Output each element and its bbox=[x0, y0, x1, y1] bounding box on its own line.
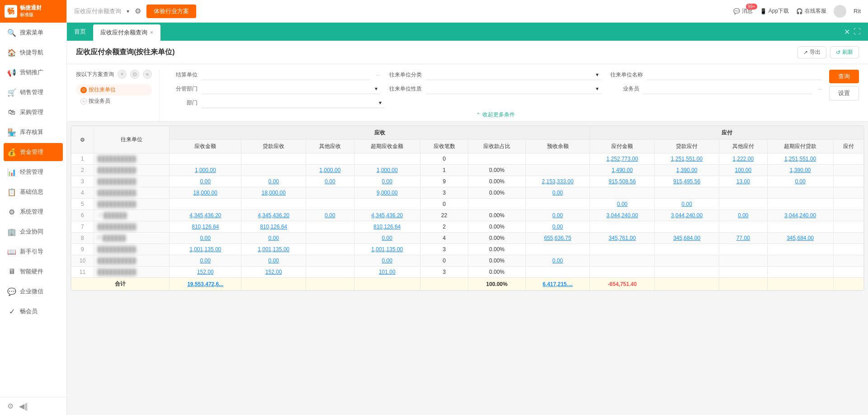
table-row: 11██████████152.00152.00101.0030.00% bbox=[71, 267, 864, 278]
tab-ar-query[interactable]: 应收应付余额查询 × bbox=[93, 24, 160, 41]
export-button[interactable]: ↗ 导出 bbox=[797, 46, 826, 58]
footer-ar-overdue bbox=[354, 278, 420, 291]
table-row: 8P ██████0.000.000.0040.00%655,636.75345… bbox=[71, 233, 864, 244]
sidebar-item-inventory[interactable]: 🏪 库存核算 bbox=[0, 122, 66, 142]
partner-category-select[interactable]: ▾ bbox=[425, 70, 601, 80]
sidebar-item-system[interactable]: ⚙ 系统管理 bbox=[0, 202, 66, 222]
filter-field-salesperson: 业务员 ··· bbox=[610, 84, 822, 94]
table-row: 3██████████0.000.000.000.0090.00%2,153,3… bbox=[71, 176, 864, 187]
refresh-button[interactable]: ↺ 刷新 bbox=[830, 46, 859, 58]
partner-name-input[interactable] bbox=[646, 70, 822, 80]
tab-home[interactable]: 首页 bbox=[67, 23, 93, 41]
th-ar-count: 应收笔数 bbox=[420, 140, 468, 153]
edit-scheme-btn[interactable]: ⊙ bbox=[130, 70, 139, 79]
tab-close-icon[interactable]: × bbox=[150, 29, 153, 36]
scheme-salesperson-dot: ○ bbox=[80, 98, 87, 105]
th-payable-group: 应付 bbox=[590, 126, 864, 140]
tab-close-all-icon[interactable]: ✕ bbox=[844, 28, 850, 36]
sidebar-item-basic[interactable]: 📋 基础信息 bbox=[0, 182, 66, 202]
enterprise-icon: 🏢 bbox=[7, 227, 16, 236]
home-icon: 🏠 bbox=[7, 48, 16, 57]
export-icon: ↗ bbox=[803, 49, 808, 56]
filter-fields: 结算单位 ··· 往来单位分类 ▾ 往来单位名称 bbox=[169, 70, 822, 121]
division-select[interactable]: ▾ bbox=[201, 98, 384, 108]
th-ap-overdue: 超期应付贷款 bbox=[767, 140, 833, 153]
tab-home-label: 首页 bbox=[74, 28, 86, 36]
scheme-by-salesperson[interactable]: ○ 按业务员 bbox=[76, 95, 152, 107]
footer-ar-amount[interactable]: 19,553,472,6... bbox=[170, 278, 241, 291]
sidebar: 畅 畅捷通财 标准版 🔍 搜索菜单 🏠 快捷导航 📢 营销推广 🛒 销售管理 🛍… bbox=[0, 0, 67, 415]
user-avatar[interactable] bbox=[834, 5, 846, 18]
th-ap-extra: 应付 bbox=[833, 140, 863, 153]
header-message[interactable]: 💬 消息 99+ bbox=[733, 7, 753, 15]
th-ar-amount: 应收金额 bbox=[170, 140, 241, 153]
query-buttons-panel: 查询 设置 bbox=[822, 70, 859, 121]
footer-prepay[interactable]: 6,417,215.... bbox=[525, 278, 590, 291]
add-scheme-btn[interactable]: + bbox=[118, 70, 127, 79]
salesperson-dots-btn[interactable]: ··· bbox=[817, 86, 822, 92]
collapse-scheme-btn[interactable]: « bbox=[143, 70, 152, 79]
sidebar-item-quicknav[interactable]: 🏠 快捷导航 bbox=[0, 43, 66, 62]
scheme-partner-dot: ⊙ bbox=[80, 87, 87, 93]
settings-button[interactable]: 设置 bbox=[829, 86, 859, 100]
app-logo-icon: 畅 bbox=[5, 5, 17, 18]
system-icon: ⚙ bbox=[7, 207, 16, 216]
query-button[interactable]: 查询 bbox=[829, 70, 859, 83]
sidebar-item-purchase[interactable]: 🛍 采购管理 bbox=[0, 102, 66, 122]
page-title: 应收应付余额查询(按往来单位) bbox=[76, 48, 175, 57]
table-row: 2██████████1,000.001,000.001,000.0010.00… bbox=[71, 165, 864, 176]
settlement-dots-btn[interactable]: ··· bbox=[376, 72, 380, 78]
sidebar-item-marketing[interactable]: 📢 营销推广 bbox=[0, 62, 66, 82]
filter-field-partner-nature: 往来单位性质 ▾ bbox=[389, 84, 601, 94]
settings-footer-icon[interactable]: ⚙ bbox=[7, 402, 14, 410]
th-ap-loan: 贷款应付 bbox=[655, 140, 719, 153]
filter-field-settlement: 结算单位 ··· bbox=[169, 70, 380, 80]
table-row: 6↗ ██████4,345,436.204,345,436.200.004,3… bbox=[71, 210, 864, 221]
partner-nature-select[interactable]: ▾ bbox=[425, 84, 601, 94]
inventory-icon: 🏪 bbox=[7, 128, 16, 137]
settlement-unit-input[interactable] bbox=[201, 70, 370, 80]
th-prepay: 预收余额 bbox=[525, 140, 590, 153]
table-row: 7██████████810,126.64810,126.64810,126.6… bbox=[71, 221, 864, 233]
sidebar-item-guide[interactable]: 📖 新手引导 bbox=[0, 242, 66, 262]
header-breadcrumb: 应收应付余额查询 bbox=[74, 7, 121, 15]
th-gear[interactable]: ⚙ bbox=[71, 126, 94, 153]
table-gear-icon[interactable]: ⚙ bbox=[80, 137, 85, 143]
th-ar-ratio: 应收款占比 bbox=[468, 140, 525, 153]
sidebar-item-operations[interactable]: 📊 经营管理 bbox=[0, 162, 66, 182]
scheme-by-partner[interactable]: ⊙ 按往来单位 bbox=[76, 84, 152, 95]
guide-icon: 📖 bbox=[7, 247, 16, 256]
filter-scheme-header: 按以下方案查询 + ⊙ « bbox=[76, 70, 152, 79]
header-online-service[interactable]: 🎧 在线客服 bbox=[796, 7, 826, 15]
filter-field-partner-name: 往来单位名称 bbox=[610, 70, 822, 80]
top-header: 应收应付余额查询 ▾ ⚙ 体验行业方案 💬 消息 99+ 📱 App下载 🎧 在… bbox=[67, 0, 868, 23]
filter-grid-row1: 结算单位 ··· 往来单位分类 ▾ 往来单位名称 bbox=[169, 70, 822, 80]
tab-bar: 首页 应收应付余额查询 × ✕ ⛶ bbox=[67, 23, 868, 41]
collapse-icon[interactable]: ◀‖ bbox=[19, 402, 28, 410]
collapse-filters-btn[interactable]: ⌃ 收起更多条件 bbox=[169, 108, 822, 121]
header-gear-icon[interactable]: ⚙ bbox=[135, 7, 141, 15]
filter-grid-row2: 分管部门 ▾ 往来单位性质 ▾ 业务员 bbox=[169, 84, 822, 94]
dept-select[interactable]: ▾ bbox=[201, 84, 380, 94]
sidebar-item-hardware[interactable]: 🖥 智能硬件 bbox=[0, 262, 66, 281]
sidebar-item-wechat[interactable]: 💬 企业微信 bbox=[0, 281, 66, 301]
table-row: 9██████████1,001,135.001,001,135.001,001… bbox=[71, 244, 864, 255]
sidebar-item-search[interactable]: 🔍 搜索菜单 bbox=[0, 23, 66, 43]
trial-button[interactable]: 体验行业方案 bbox=[146, 5, 196, 18]
operations-icon: 📊 bbox=[7, 167, 16, 176]
basic-icon: 📋 bbox=[7, 187, 16, 196]
header-app-download[interactable]: 📱 App下载 bbox=[760, 7, 789, 15]
tab-ar-query-label: 应收应付余额查询 bbox=[100, 29, 147, 37]
tab-fullscreen-icon[interactable]: ⛶ bbox=[854, 28, 861, 36]
sidebar-item-enterprise[interactable]: 🏢 企业协同 bbox=[0, 222, 66, 242]
app-icon: 📱 bbox=[760, 8, 767, 14]
header-dropdown-icon[interactable]: ▾ bbox=[127, 8, 129, 14]
sidebar-item-finance[interactable]: 💰 资金管理 bbox=[4, 143, 63, 161]
salesperson-input[interactable] bbox=[643, 84, 812, 94]
header-right-area: 💬 消息 99+ 📱 App下载 🎧 在线客服 Rit bbox=[733, 5, 861, 18]
table-container[interactable]: ⚙ 往来单位 应收 应付 应收金额 贷款应收 其他应收 超期应收金额 应收笔数 … bbox=[71, 126, 864, 291]
footer-ap-overdue bbox=[767, 278, 833, 291]
sidebar-item-member[interactable]: ✓ 畅会员 bbox=[0, 301, 66, 321]
sidebar-item-sales[interactable]: 🛒 销售管理 bbox=[0, 82, 66, 102]
message-badge: 99+ bbox=[746, 4, 757, 10]
